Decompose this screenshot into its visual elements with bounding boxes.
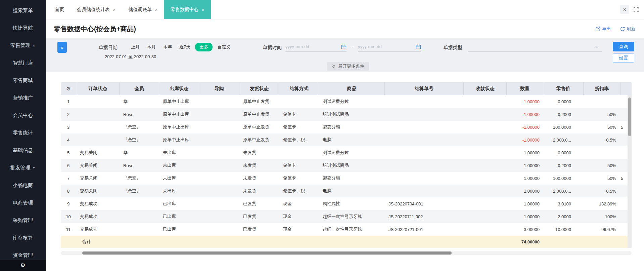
calendar-icon[interactable] (341, 44, 347, 49)
settings-button[interactable]: 设置 (613, 53, 634, 63)
fullscreen-button[interactable] (634, 7, 639, 12)
tab-close-icon[interactable]: × (201, 7, 204, 12)
column-header[interactable]: 会员 (119, 82, 159, 95)
vertical-scrollbar-thumb[interactable] (628, 98, 631, 136)
expand-more-button[interactable]: 展开更多条件 (327, 62, 369, 71)
quick-range-button[interactable]: 本年 (160, 43, 175, 51)
column-header[interactable]: 结算单号 (384, 82, 463, 95)
column-header[interactable]: 订单状态 (76, 82, 119, 95)
horizontal-scrollbar[interactable] (61, 251, 632, 255)
table-cell: 交易关闭 (76, 146, 119, 159)
table-row[interactable]: 11交易成功已出库已发货现金超细一次性弓形牙线JS-20220721-0013.… (61, 223, 632, 236)
table-cell: JS-20220704-001 (384, 197, 463, 210)
sidebar-item-label: 快捷导航 (13, 25, 33, 31)
sidebar-item[interactable]: 营销推广 (0, 89, 46, 107)
column-header[interactable]: 折扣率 (583, 82, 620, 95)
column-settings[interactable]: ⚙ (61, 82, 76, 95)
table-row[interactable]: 5交易关闭华未出库未发货测试运费分摊1.000000.0000 (61, 146, 632, 159)
table-cell (199, 236, 239, 248)
sidebar-item[interactable]: 基础信息 (0, 142, 46, 159)
sidebar-item-label: 零售统计 (13, 130, 33, 136)
table-row[interactable]: 10交易成功已出库已发货现金超细一次性弓形牙线JS-20220711-0021.… (61, 210, 632, 223)
sidebar-item[interactable]: 零售管理▲ (0, 37, 46, 54)
table-cell (239, 236, 279, 248)
more-button[interactable]: 更多 (195, 43, 213, 51)
table-row[interactable]: 4『恋空』原单中止出库原单中止发货储值卡、积...电脑-1.000002,000… (61, 133, 632, 146)
sidebar-item[interactable]: 搜索菜单 (0, 2, 46, 19)
quick-range-button[interactable]: 近7天 (177, 43, 193, 51)
table-cell: 未发货 (239, 146, 279, 159)
tab[interactable]: 储值调账单× (122, 0, 164, 19)
column-header[interactable] (620, 82, 632, 95)
end-date-input[interactable] (358, 44, 414, 49)
tab[interactable]: 会员储值统计表× (71, 0, 122, 19)
horizontal-scrollbar-thumb[interactable] (82, 251, 452, 255)
tab-close-icon[interactable]: × (113, 7, 116, 12)
column-header[interactable]: 出库状态 (159, 82, 199, 95)
table-cell (384, 185, 463, 197)
sidebar-item[interactable]: 批发管理▼ (0, 159, 46, 177)
page-title: 零售数据中心(按会员+商品) (54, 25, 136, 34)
calendar-icon[interactable] (416, 44, 421, 49)
table-row[interactable]: 9交易成功已出库已发货现金属性属性JS-20220704-0011.000003… (61, 197, 632, 210)
quick-range-button[interactable]: 本月 (144, 43, 158, 51)
sidebar-item[interactable]: 库存核算 (0, 229, 46, 246)
sidebar-item[interactable]: 零售商城 (0, 72, 46, 89)
window-controls: × (620, 0, 644, 19)
sidebar-item[interactable]: 采购管理 (0, 211, 46, 229)
table-cell: 5 (61, 146, 76, 159)
column-header[interactable]: 结算方式 (279, 82, 319, 95)
column-header[interactable]: 商品 (319, 82, 384, 95)
refresh-button[interactable]: 刷新 (620, 26, 635, 32)
vertical-scrollbar[interactable] (628, 95, 632, 248)
column-header[interactable]: 数量 (506, 82, 543, 95)
tab-close-icon[interactable]: × (155, 7, 157, 12)
table-cell (159, 236, 199, 248)
column-header[interactable]: 发货状态 (239, 82, 279, 95)
table-cell: 10 (61, 210, 76, 223)
column-header[interactable]: 导购 (199, 82, 239, 95)
tab[interactable]: 首页 (48, 0, 71, 19)
sidebar-item[interactable]: 小畅电商 (0, 177, 46, 194)
table-cell: 已发货 (239, 223, 279, 236)
close-button[interactable]: × (620, 5, 629, 14)
table-cell: 3.00000 (506, 223, 543, 236)
table-cell: 11 (61, 223, 76, 236)
settings-gear-icon[interactable]: ⚙ (20, 262, 25, 269)
table-cell: 未出库 (159, 172, 199, 185)
table-cell: 原单中止出库 (159, 133, 199, 146)
tab-label: 首页 (55, 7, 64, 13)
table-cell (583, 236, 620, 248)
query-button[interactable]: 查询 (613, 42, 634, 51)
table-cell: 已发货 (239, 197, 279, 210)
tab-bar: 首页会员储值统计表×储值调账单×零售数据中心× × (46, 0, 644, 20)
tab[interactable]: 零售数据中心× (164, 0, 211, 19)
sidebar-item[interactable]: 零售统计 (0, 124, 46, 142)
table-row[interactable]: 6交易关闭Rose未出库未发货储值卡培训测试商品1.000000.200050% (61, 159, 632, 172)
sidebar-item[interactable]: 电商管理 (0, 194, 46, 211)
table-row[interactable]: 2Rose原单中止出库原单中止发货储值卡培训测试商品-1.000000.2000… (61, 108, 632, 121)
export-button[interactable]: 导出 (596, 26, 611, 32)
column-header[interactable]: 收款状态 (463, 82, 506, 95)
doc-type-select[interactable] (468, 42, 602, 52)
table-cell (583, 95, 620, 108)
table-cell (76, 95, 119, 108)
table-row[interactable]: 8交易关闭『恋空』未出库未发货储值卡、积...电脑1.000002,000.0.… (61, 185, 632, 197)
table-row[interactable]: 3『恋空』原单中止出库原单中止发货储值卡裂变分销-1.00000100.0000… (61, 121, 632, 133)
chevron-up-icon: ▲ (33, 44, 36, 47)
sidebar-item[interactable]: 智慧门店 (0, 54, 46, 72)
table-row[interactable]: 1华原单中止出库原单中止发货测试运费分摊-1.000000.0000 (61, 95, 632, 108)
custom-button[interactable]: 自定义 (215, 43, 233, 51)
sidebar-item-label: 零售商城 (13, 77, 33, 84)
table-row[interactable]: 7交易关闭『恋空』未出库未发货储值卡裂变分销1.00000100.000050%… (61, 172, 632, 185)
table-cell (384, 133, 463, 146)
sidebar-item[interactable]: 会员中心 (0, 107, 46, 124)
start-date-input[interactable] (285, 44, 340, 49)
sidebar-item[interactable]: 快捷导航 (0, 19, 46, 37)
table-cell (76, 133, 119, 146)
total-quantity: 74.00000 (506, 236, 543, 248)
column-header[interactable]: 零售价 (543, 82, 583, 95)
table-cell (199, 185, 239, 197)
collapse-panel-button[interactable]: » (57, 42, 67, 53)
quick-range-button[interactable]: 上月 (128, 43, 142, 51)
